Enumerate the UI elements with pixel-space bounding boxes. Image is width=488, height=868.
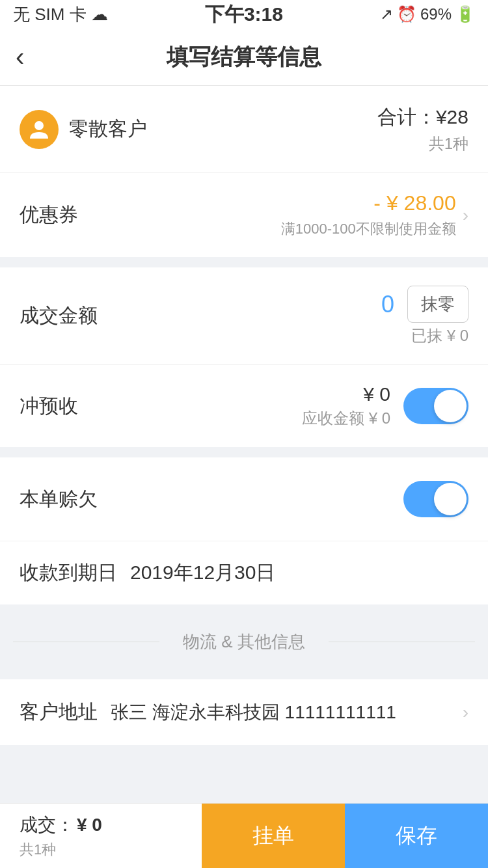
coupon-amount: - ¥ 28.00 bbox=[281, 191, 456, 215]
advance-label: 冲预收 bbox=[20, 393, 78, 420]
divider-text: 物流 & 其他信息 bbox=[183, 631, 305, 653]
coupon-desc: 满1000-100不限制使用金额 bbox=[281, 219, 456, 239]
total-amount: 合计：¥28 bbox=[377, 104, 468, 131]
debt-toggle[interactable] bbox=[403, 481, 468, 517]
deal-label: 成交金额 bbox=[20, 303, 98, 329]
save-button-label: 保存 bbox=[396, 822, 437, 850]
divider-line-left bbox=[13, 642, 159, 642]
deal-value-row: 0 抹零 bbox=[381, 286, 468, 323]
advance-row: 冲预收 ¥ 0 应收金额 ¥ 0 bbox=[0, 364, 488, 447]
location-icon: ↗ bbox=[380, 5, 393, 23]
coupon-info: - ¥ 28.00 满1000-100不限制使用金额 bbox=[281, 191, 456, 239]
divider-section: 物流 & 其他信息 bbox=[0, 615, 488, 669]
bottom-bar: 成交： ¥ 0 共1种 挂单 保存 bbox=[0, 803, 488, 868]
svg-point-0 bbox=[34, 121, 44, 130]
coupon-row[interactable]: 优惠券 - ¥ 28.00 满1000-100不限制使用金额 › bbox=[0, 172, 488, 257]
sim-signal: 无 SIM 卡 ☁ bbox=[13, 3, 108, 26]
coupon-chevron-icon: › bbox=[463, 205, 468, 226]
customer-right: 合计：¥28 共1种 bbox=[377, 104, 468, 154]
due-date-value: 2019年12月30日 bbox=[130, 560, 275, 586]
total-count: 共1种 bbox=[377, 133, 468, 154]
bottom-deal-label: 成交： bbox=[20, 813, 74, 837]
deal-value: 0 bbox=[381, 291, 394, 318]
coupon-label: 优惠券 bbox=[20, 202, 78, 228]
address-section: 客户地址 张三 海淀永丰科技园 11111111111 › bbox=[0, 679, 488, 745]
page-title: 填写结算等信息 bbox=[167, 42, 321, 72]
advance-info: ¥ 0 应收金额 ¥ 0 bbox=[302, 383, 390, 429]
avatar bbox=[20, 110, 59, 149]
status-right: ↗ ⏰ 69% 🔋 bbox=[380, 5, 475, 23]
nav-bar: ‹ 填写结算等信息 bbox=[0, 29, 488, 86]
address-value: 张三 海淀永丰科技园 11111111111 bbox=[111, 700, 463, 725]
hang-button[interactable]: 挂单 bbox=[202, 804, 345, 868]
customer-section: 零散客户 合计：¥28 共1种 优惠券 - ¥ 28.00 满1000-100不… bbox=[0, 86, 488, 257]
address-chevron-icon: › bbox=[463, 702, 468, 723]
bottom-count: 共1种 bbox=[20, 840, 202, 860]
hang-button-label: 挂单 bbox=[252, 822, 294, 850]
customer-left: 零散客户 bbox=[20, 110, 147, 149]
debt-label: 本单赊欠 bbox=[20, 486, 98, 513]
save-button[interactable]: 保存 bbox=[345, 804, 488, 868]
advance-right: ¥ 0 应收金额 ¥ 0 bbox=[302, 383, 468, 429]
bottom-deal-row: 成交： ¥ 0 bbox=[20, 813, 202, 837]
divider-line-right bbox=[329, 642, 475, 642]
due-date-row: 收款到期日 2019年12月30日 bbox=[0, 541, 488, 604]
bottom-summary: 成交： ¥ 0 共1种 bbox=[0, 804, 202, 868]
bottom-deal-value: ¥ 0 bbox=[77, 815, 102, 835]
debt-toggle-knob bbox=[434, 483, 467, 515]
customer-name: 零散客户 bbox=[69, 116, 147, 142]
address-row[interactable]: 客户地址 张三 海淀永丰科技园 11111111111 › bbox=[0, 679, 488, 745]
due-date-label: 收款到期日 bbox=[20, 560, 117, 586]
advance-sub: 应收金额 ¥ 0 bbox=[302, 408, 390, 429]
toggle-knob bbox=[434, 390, 467, 422]
alarm-icon: ⏰ bbox=[397, 5, 416, 23]
round-off-button[interactable]: 抹零 bbox=[407, 286, 468, 323]
divider-label: 物流 & 其他信息 bbox=[0, 631, 488, 653]
deal-row: 成交金额 0 抹零 已抹 ¥ 0 bbox=[0, 267, 488, 364]
status-time: 下午3:18 bbox=[205, 1, 283, 28]
coupon-right: - ¥ 28.00 满1000-100不限制使用金额 › bbox=[281, 191, 468, 239]
customer-row: 零散客户 合计：¥28 共1种 bbox=[0, 86, 488, 172]
debt-section: 本单赊欠 收款到期日 2019年12月30日 bbox=[0, 457, 488, 604]
advance-amount: ¥ 0 bbox=[302, 383, 390, 405]
battery-icon: 🔋 bbox=[455, 5, 475, 23]
debt-row: 本单赊欠 bbox=[0, 457, 488, 541]
status-bar: 无 SIM 卡 ☁ 下午3:18 ↗ ⏰ 69% 🔋 bbox=[0, 0, 488, 29]
status-left: 无 SIM 卡 ☁ bbox=[13, 3, 108, 26]
deal-already: 已抹 ¥ 0 bbox=[411, 325, 468, 346]
battery-level: 69% bbox=[420, 5, 452, 23]
deal-right: 0 抹零 已抹 ¥ 0 bbox=[381, 286, 468, 346]
back-button[interactable]: ‹ bbox=[16, 42, 24, 72]
deal-section: 成交金额 0 抹零 已抹 ¥ 0 冲预收 ¥ 0 应收金额 ¥ 0 bbox=[0, 267, 488, 447]
address-label: 客户地址 bbox=[20, 699, 98, 726]
advance-toggle[interactable] bbox=[403, 388, 468, 424]
